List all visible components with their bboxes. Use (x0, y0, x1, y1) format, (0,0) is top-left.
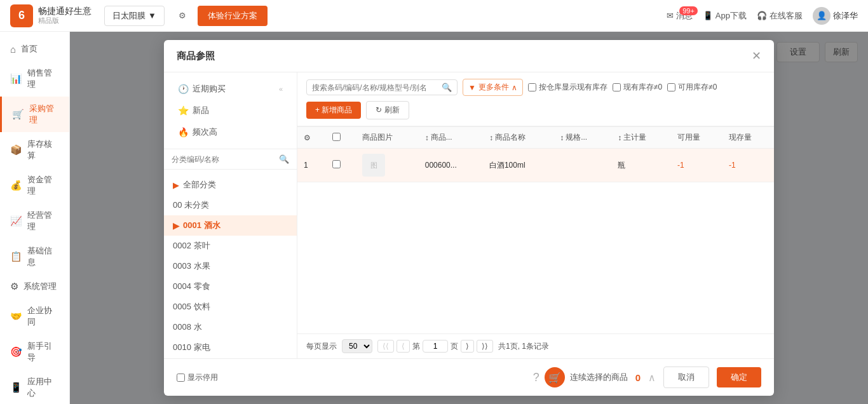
category-item-uncategorized[interactable]: 00 未分类 (164, 195, 297, 215)
category-search-input[interactable] (172, 155, 275, 164)
checkbox-warehouse-stock[interactable]: 按仓库显示现有库存 (528, 82, 607, 93)
fire-icon: 🔥 (178, 127, 189, 137)
product-table-container: ⚙ 商品图片 ↕ 商品... (297, 126, 774, 333)
sidebar-item-app-center[interactable]: 📱 应用中心 (0, 370, 69, 404)
page-size-select[interactable]: 50 (342, 339, 372, 353)
user-menu[interactable]: 👤 徐泽华 (813, 7, 858, 25)
col-code[interactable]: ↕ 商品... (419, 127, 483, 149)
sidebar-inventory-label: 库存核算 (27, 138, 59, 161)
sidebar-item-enterprise[interactable]: 🤝 企业协同 (0, 299, 69, 334)
clock-icon: 🕐 (178, 84, 189, 94)
collapse-cart-icon[interactable]: ∧ (648, 372, 656, 384)
category-item-tea[interactable]: 0002 茶叶 (164, 236, 297, 256)
appcenter-icon: 📱 (10, 382, 22, 393)
category-snack-label: 0004 零食 (173, 281, 210, 292)
finance-icon: 💰 (10, 180, 22, 191)
sidebar-item-purchase[interactable]: 🛒 采购管理 (0, 97, 69, 132)
last-page-button[interactable]: ⟩⟩ (477, 340, 493, 353)
col-checkbox[interactable] (326, 127, 356, 149)
sidebar-item-guide[interactable]: 🎯 新手引导 (0, 334, 69, 370)
total-info: 共1页, 1条记录 (498, 341, 549, 352)
more-filters-button[interactable]: ▼ 更多条件 ∧ (463, 79, 523, 96)
row-checkbox[interactable] (332, 160, 341, 168)
left-tabs: 🕐 近期购买 « ⭐ 新品 🔥 频次高 (164, 72, 297, 149)
cell-checkbox[interactable] (326, 149, 356, 182)
star-icon: ⭐ (178, 105, 189, 116)
filter-icon: ▼ (468, 83, 476, 92)
product-table: ⚙ 商品图片 ↕ 商品... (297, 126, 774, 182)
settings-icon[interactable]: ⚙ (172, 6, 193, 26)
sidebar-item-system[interactable]: ⚙ 系统管理 (0, 274, 69, 299)
select-all-checkbox[interactable] (332, 133, 341, 141)
add-product-button[interactable]: + 新增商品 (306, 102, 361, 119)
cta-button[interactable]: 体验行业方案 (198, 6, 268, 26)
search-icon[interactable]: 🔍 (442, 83, 452, 92)
sidebar-item-inventory[interactable]: 📦 库存核算 (0, 132, 69, 168)
tab-recent-purchase[interactable]: 🕐 近期购买 « (172, 79, 289, 99)
table-row[interactable]: 1 图 000600... 白酒100ml 瓶 (297, 149, 774, 182)
sidebar-purchase-label: 采购管理 (29, 103, 59, 126)
first-page-button[interactable]: ⟨⟨ (377, 340, 394, 353)
product-reference-modal: 商品参照 ✕ 🕐 近期购买 « ⭐ (164, 40, 774, 396)
current-stock-checkbox[interactable] (613, 83, 621, 91)
checkbox-available-stock[interactable]: 可用库存≠0 (667, 82, 717, 93)
col-settings[interactable]: ⚙ (297, 127, 326, 149)
show-disabled-checkbox-group[interactable]: 显示停用 (177, 372, 218, 383)
prev-page-button[interactable]: ⟨ (397, 340, 410, 353)
sidebar-system-label: 系统管理 (24, 281, 57, 292)
warehouse-stock-checkbox[interactable] (528, 83, 536, 91)
cell-stock: -1 (722, 149, 774, 182)
col-unit[interactable]: ↕ 主计量 (611, 127, 671, 149)
content-area: 查询 设置 刷新 商品参照 ✕ (70, 32, 868, 404)
cell-available: -1 (671, 149, 722, 182)
online-service-button[interactable]: 🎧 在线客服 (757, 10, 803, 22)
logo-icon: 6 (10, 4, 33, 27)
system-icon: ⚙ (10, 281, 18, 292)
category-item-fruit[interactable]: 0003 水果 (164, 256, 297, 276)
modal-right-panel: 🔍 ▼ 更多条件 ∧ 按仓库显示现有库存 (297, 72, 774, 358)
sidebar-item-basic-info[interactable]: 📋 基础信息 (0, 239, 69, 274)
product-search-input[interactable] (312, 83, 439, 92)
sidebar-item-sales[interactable]: 📊 销售管理 (0, 61, 69, 97)
category-item-all[interactable]: ▶ 全部分类 (164, 175, 297, 195)
col-stock[interactable]: 现存量 (722, 127, 774, 149)
headset-icon: 🎧 (757, 11, 767, 20)
logo-sub: 精品版 (38, 16, 92, 25)
sidebar-item-operations[interactable]: 📈 经营管理 (0, 203, 69, 239)
sidebar-item-finance[interactable]: 💰 资金管理 (0, 168, 69, 203)
tab-frequent[interactable]: 🔥 频次高 (172, 122, 289, 142)
messages-button[interactable]: ✉ 消息 99+ (667, 10, 693, 22)
sidebar-item-home[interactable]: ⌂ 首页 (0, 37, 69, 61)
help-icon[interactable]: ? (533, 371, 539, 384)
app-download-button[interactable]: 📱 App下载 (703, 10, 747, 22)
category-search-icon[interactable]: 🔍 (279, 154, 289, 164)
next-page-button[interactable]: ⟩ (461, 340, 474, 353)
category-tea-label: 0002 茶叶 (173, 240, 210, 252)
category-item-beverage[interactable]: 0005 饮料 (164, 297, 297, 317)
available-stock-checkbox[interactable] (667, 83, 675, 91)
category-item-snack[interactable]: 0004 零食 (164, 276, 297, 297)
page-number-input[interactable] (423, 340, 448, 353)
product-search-box: 🔍 (306, 79, 458, 95)
checkbox-current-stock[interactable]: 现有库存≠0 (613, 82, 662, 93)
category-item-liquor[interactable]: ▶ 0001 酒水 (164, 215, 297, 236)
col-name[interactable]: ↕ 商品名称 (483, 127, 553, 149)
category-item-water[interactable]: 0008 水 (164, 317, 297, 337)
cancel-button[interactable]: 取消 (663, 367, 709, 388)
left-sidebar: ⌂ 首页 📊 销售管理 🛒 采购管理 📦 库存核算 💰 资金管理 📈 经营管理 … (0, 32, 70, 404)
show-disabled-checkbox[interactable] (177, 374, 185, 382)
cart-count: 0 (635, 372, 641, 383)
confirm-button[interactable]: 确定 (717, 367, 761, 387)
refresh-product-button[interactable]: ↻ 刷新 (366, 101, 409, 119)
tab-new-products[interactable]: ⭐ 新品 (172, 100, 289, 121)
category-beverage-label: 0005 饮料 (173, 301, 210, 313)
nav-selector[interactable]: 日太阳膜 ▼ (104, 6, 165, 26)
cell-spec (553, 149, 611, 182)
category-item-appliances[interactable]: 0010 家电 (164, 337, 297, 358)
col-code-icon: ↕ (425, 133, 429, 142)
col-spec[interactable]: ↕ 规格... (553, 127, 611, 149)
cell-seq: 1 (297, 149, 326, 182)
col-available[interactable]: 可用量 (671, 127, 722, 149)
modal-close-button[interactable]: ✕ (752, 49, 761, 63)
cart-icon-button[interactable]: 🛒 (545, 367, 565, 387)
